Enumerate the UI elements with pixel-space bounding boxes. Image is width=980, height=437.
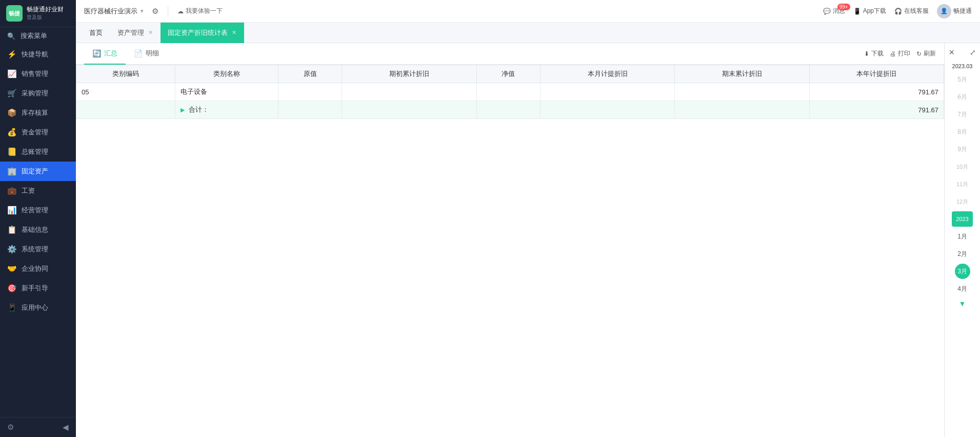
sidebar-item-finance[interactable]: 💰 资金管理 <box>0 123 76 142</box>
message-badge: 99+ <box>837 4 850 10</box>
experience-label: 我要体验一下 <box>186 7 223 15</box>
month-12[interactable]: 12月 <box>955 194 970 209</box>
panel-close-icon[interactable]: ✕ <box>949 48 955 56</box>
sidebar-item-fixed-assets[interactable]: 🏢 固定资产 <box>0 162 76 181</box>
print-btn[interactable]: 🖨 打印 <box>890 49 910 58</box>
app-name: 畅捷通好业财 <box>27 6 64 14</box>
logo-icon: 畅捷 <box>6 5 23 22</box>
sidebar-item-payroll[interactable]: 💼 工资 <box>0 181 76 201</box>
summary-expand-icon[interactable]: ▶ <box>181 107 185 113</box>
subtab-detail[interactable]: 📄 明细 <box>126 43 167 65</box>
sidebar-item-app-center[interactable]: 📱 应用中心 <box>0 298 76 317</box>
search-icon: 🔍 <box>7 32 15 40</box>
col-header-monthly-depr: 本月计提折旧 <box>541 65 675 83</box>
sidebar-item-operations[interactable]: 📊 经营管理 <box>0 201 76 220</box>
sidebar-label-basic-info: 基础信息 <box>22 225 48 234</box>
sidebar-search-label: 搜索菜单 <box>21 31 47 41</box>
month-4[interactable]: 4月 <box>955 281 970 296</box>
right-panel-header: ✕ ⤢ <box>945 46 980 58</box>
cell-ending-accum <box>675 83 809 101</box>
print-icon: 🖨 <box>890 50 896 57</box>
sidebar-item-ledger[interactable]: 📒 总账管理 <box>0 142 76 162</box>
month-5[interactable]: 5月 <box>955 72 970 87</box>
summary-beginning-accum <box>342 101 476 119</box>
content-main: 🔄 汇总 📄 明细 ⬇ 下载 🖨 打印 <box>76 43 944 437</box>
sidebar: 畅捷 畅捷通好业财 普及版 🔍 搜索菜单 ⚡ 快捷导航 📈 销售管理 🛒 采购管… <box>0 0 76 437</box>
app-download-btn[interactable]: 📱 App下载 <box>853 7 886 15</box>
collapse-icon[interactable]: ◀ <box>63 423 69 432</box>
sidebar-item-inventory[interactable]: 📦 库存核算 <box>0 103 76 123</box>
box-icon: 📦 <box>7 108 16 117</box>
month-7[interactable]: 7月 <box>955 107 970 122</box>
panel-expand-icon[interactable]: ⤢ <box>970 48 976 56</box>
tab-depreciation-report-close-icon[interactable]: ✕ <box>232 29 236 36</box>
cart-icon: 🛒 <box>7 89 16 98</box>
month-2[interactable]: 2月 <box>955 246 970 262</box>
message-btn[interactable]: 💬 消息 99+ <box>823 7 845 15</box>
sidebar-item-quick-nav[interactable]: ⚡ 快捷导航 <box>0 45 76 64</box>
cell-net <box>476 83 541 101</box>
target-icon: 🎯 <box>7 284 16 293</box>
sidebar-item-enterprise[interactable]: 🤝 企业协同 <box>0 259 76 279</box>
online-service-btn[interactable]: 🎧 在线客服 <box>894 7 929 15</box>
sidebar-item-sales[interactable]: 📈 销售管理 <box>0 64 76 84</box>
table-wrapper: 类别编码 类别名称 原值 期初累计折旧 净值 本月计提折旧 期末累计折旧 本年计… <box>76 65 944 437</box>
avatar: 👤 <box>937 4 951 18</box>
month-1[interactable]: 1月 <box>955 229 970 244</box>
tab-home-label: 首页 <box>89 28 103 37</box>
month-6[interactable]: 6月 <box>955 89 970 105</box>
nav-down-arrow[interactable]: ▼ <box>945 297 980 310</box>
year-badge[interactable]: 2023 <box>952 211 972 227</box>
chart-icon: 📈 <box>7 69 16 78</box>
sidebar-item-system[interactable]: ⚙️ 系统管理 <box>0 240 76 259</box>
company-chevron-icon: ▾ <box>141 8 144 14</box>
experience-btn[interactable]: ☁ 我要体验一下 <box>177 7 223 15</box>
book-icon: 📒 <box>7 147 16 156</box>
tab-depreciation-report[interactable]: 固定资产折旧统计表 ✕ <box>161 23 244 43</box>
tab-home[interactable]: 首页 <box>82 23 110 43</box>
settings-bottom-icon[interactable]: ⚙ <box>7 423 14 432</box>
topbar-right: 💬 消息 99+ 📱 App下载 🎧 在线客服 👤 畅捷通 <box>823 4 972 18</box>
sidebar-label-purchase: 采购管理 <box>22 89 48 98</box>
month-10[interactable]: 10月 <box>955 159 970 174</box>
col-header-net: 净值 <box>476 65 541 83</box>
col-header-code: 类别编码 <box>76 65 175 83</box>
headset-icon: 🎧 <box>894 8 902 15</box>
sidebar-item-search[interactable]: 🔍 搜索菜单 <box>0 27 76 45</box>
summary-icon: 🔄 <box>92 49 101 57</box>
month-11[interactable]: 11月 <box>955 176 970 192</box>
app-version: 普及版 <box>27 14 64 21</box>
subtab-detail-label: 明细 <box>146 49 159 58</box>
topbar-settings-icon[interactable]: ⚙ <box>152 7 158 16</box>
sidebar-item-purchase[interactable]: 🛒 采购管理 <box>0 84 76 103</box>
sidebar-item-guide[interactable]: 🎯 新手引导 <box>0 279 76 298</box>
gear-icon: ⚙️ <box>7 245 16 254</box>
main-area: 医疗器械行业演示 ▾ ⚙ ☁ 我要体验一下 💬 消息 99+ 📱 App下载 🎧… <box>76 0 980 437</box>
sidebar-label-system: 系统管理 <box>22 245 48 254</box>
sidebar-label-inventory: 库存核算 <box>22 108 48 117</box>
month-3-active[interactable]: 3月 <box>955 264 970 279</box>
cloud-icon: ☁ <box>177 8 184 15</box>
print-label: 打印 <box>898 49 910 58</box>
subtab-summary[interactable]: 🔄 汇总 <box>84 43 126 65</box>
tab-asset-mgmt[interactable]: 资产管理 ✕ <box>110 23 161 43</box>
bar-chart-icon: 📊 <box>7 206 16 215</box>
subtabs-right: ⬇ 下载 🖨 打印 ↻ 刷新 <box>864 49 936 58</box>
sidebar-label-app-center: 应用中心 <box>22 303 48 312</box>
company-selector[interactable]: 医疗器械行业演示 ▾ <box>84 7 144 16</box>
tab-asset-mgmt-close-icon[interactable]: ✕ <box>148 29 153 36</box>
month-9[interactable]: 9月 <box>955 142 970 157</box>
col-header-annual-depr: 本年计提折旧 <box>809 65 944 83</box>
username: 畅捷通 <box>953 7 972 15</box>
refresh-btn[interactable]: ↻ 刷新 <box>916 49 936 58</box>
download-btn[interactable]: ⬇ 下载 <box>864 49 884 58</box>
table-row: 05 电子设备 791.67 <box>76 83 944 101</box>
sidebar-logo: 畅捷 畅捷通好业财 普及版 <box>0 0 76 27</box>
month-8[interactable]: 8月 <box>955 124 970 140</box>
user-profile-btn[interactable]: 👤 畅捷通 <box>937 4 972 18</box>
sidebar-item-basic-info[interactable]: 📋 基础信息 <box>0 220 76 240</box>
logo-text-group: 畅捷通好业财 普及版 <box>27 6 64 21</box>
summary-text: 合计： <box>189 106 209 113</box>
download-label: 下载 <box>871 49 884 58</box>
handshake-icon: 🤝 <box>7 264 16 273</box>
